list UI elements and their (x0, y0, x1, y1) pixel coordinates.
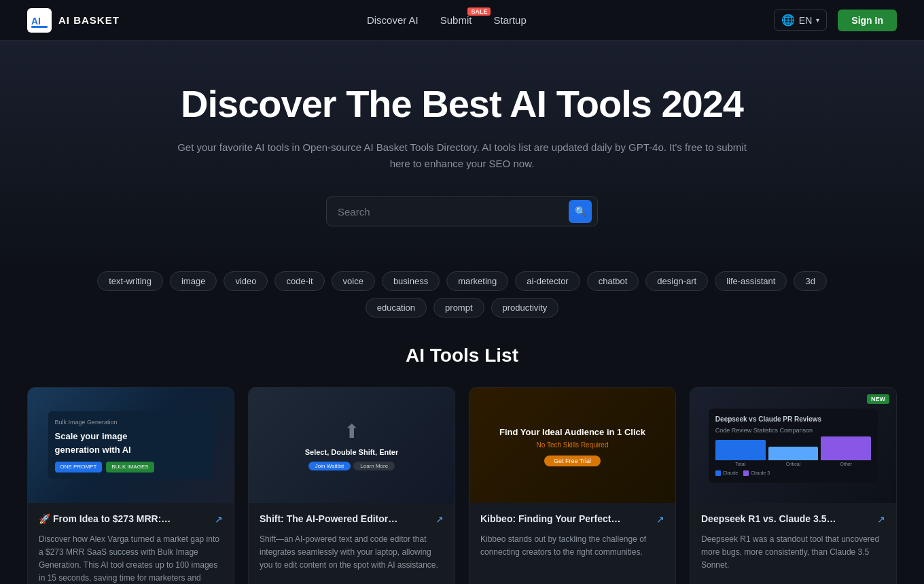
cards-grid: Bulk Image Generation Scale your imagege… (27, 387, 897, 584)
table-row[interactable]: Bulk Image Generation Scale your imagege… (27, 387, 234, 584)
tag-marketing[interactable]: marketing (446, 271, 508, 291)
table-row[interactable]: ⬆ Select, Double Shift, Enter Join Waitl… (248, 387, 455, 584)
tag-chatbot[interactable]: chatbot (587, 271, 639, 291)
tag-video[interactable]: video (224, 271, 268, 291)
nav-submit[interactable]: Submit SALE (440, 14, 472, 26)
language-selector[interactable]: 🌐 EN ▾ (774, 10, 827, 31)
card-title-4: Deepseek R1 vs. Claude 3.5… (701, 513, 836, 526)
search-input[interactable] (338, 201, 569, 223)
hero-subtitle: Get your favorite AI tools in Open-sourc… (170, 139, 754, 172)
chevron-down-icon: ▾ (816, 16, 819, 24)
card-title-2: Shift: The AI-Powered Editor… (260, 513, 397, 526)
tags-container: text-writing image video code-it voice b… (54, 271, 870, 345)
card-title-1: 🚀 From Idea to $273 MRR:… (39, 513, 171, 526)
tag-ai-detector[interactable]: ai-detector (515, 271, 580, 291)
card-thumbnail-2: ⬆ Select, Double Shift, Enter Join Waitl… (249, 388, 455, 503)
lang-label: EN (799, 15, 812, 26)
card-thumbnail-3: Find Your Ideal Audience in 1 Click No T… (469, 388, 675, 503)
globe-icon: 🌐 (781, 14, 795, 27)
tag-image[interactable]: image (170, 271, 217, 291)
tag-code-it[interactable]: code-it (274, 271, 324, 291)
search-icon: 🔍 (575, 206, 586, 217)
svg-text:AI: AI (31, 16, 41, 27)
section-title: AI Tools List (27, 345, 897, 366)
logo-icon: AI (27, 8, 52, 33)
external-link-icon-1: ↗ (215, 514, 223, 525)
tag-education[interactable]: education (366, 298, 427, 317)
hero-title: Discover The Best AI Tools 2024 (14, 82, 910, 126)
sale-badge: SALE (467, 7, 491, 16)
nav-links: Discover AI Submit SALE Startup (367, 14, 527, 26)
search-container: 🔍 (326, 196, 598, 226)
card-emoji-1: 🚀 (39, 513, 50, 524)
cards-section: AI Tools List Bulk Image Generation Scal… (14, 345, 910, 584)
search-button[interactable]: 🔍 (569, 200, 592, 223)
navbar: AI AI BASKET Discover AI Submit SALE Sta… (0, 0, 924, 41)
card-body-2: Shift: The AI-Powered Editor… ↗ Shift—an… (249, 503, 455, 583)
table-row[interactable]: NEW Deepseek vs Claude PR Reviews Code R… (690, 387, 897, 584)
card-desc-2: Shift—an AI-powered text and code editor… (260, 533, 444, 572)
card-desc-4: Deepseek R1 was a standout tool that unc… (701, 533, 885, 572)
sign-in-button[interactable]: Sign In (838, 10, 897, 31)
tag-prompt[interactable]: prompt (433, 298, 484, 317)
logo-text: AI BASKET (58, 14, 120, 26)
external-link-icon-2: ↗ (436, 514, 444, 525)
hero-section: Discover The Best AI Tools 2024 Get your… (0, 41, 924, 271)
tag-life-assistant[interactable]: life-assistant (715, 271, 787, 291)
tag-productivity[interactable]: productivity (491, 298, 559, 317)
card-thumbnail-4: NEW Deepseek vs Claude PR Reviews Code R… (690, 388, 896, 503)
svg-rect-1 (31, 26, 48, 28)
nav-discover[interactable]: Discover AI (367, 14, 419, 26)
nav-logo[interactable]: AI AI BASKET (27, 8, 120, 33)
external-link-icon-3: ↗ (656, 514, 664, 525)
nav-right: 🌐 EN ▾ Sign In (774, 10, 897, 31)
card-thumbnail-1: Bulk Image Generation Scale your imagege… (28, 388, 234, 503)
nav-startup[interactable]: Startup (493, 14, 526, 26)
card-desc-1: Discover how Alex Varga turned a market … (39, 533, 223, 584)
card-desc-3: Kibbeo stands out by tackling the challe… (480, 533, 664, 559)
tag-3d[interactable]: 3d (794, 271, 826, 291)
card-body-4: Deepseek R1 vs. Claude 3.5… ↗ Deepseek R… (690, 503, 896, 583)
tag-voice[interactable]: voice (332, 271, 375, 291)
tag-text-writing[interactable]: text-writing (97, 271, 163, 291)
external-link-icon-4: ↗ (877, 514, 885, 525)
card-body-1: 🚀 From Idea to $273 MRR:… ↗ Discover how… (28, 503, 234, 584)
card-body-3: Kibbeo: Finding Your Perfect… ↗ Kibbeo s… (469, 503, 675, 570)
table-row[interactable]: Find Your Ideal Audience in 1 Click No T… (469, 387, 676, 584)
tag-business[interactable]: business (382, 271, 440, 291)
card-title-3: Kibbeo: Finding Your Perfect… (480, 513, 620, 526)
tag-design-art[interactable]: design-art (645, 271, 708, 291)
card-new-badge-4: NEW (867, 394, 889, 404)
